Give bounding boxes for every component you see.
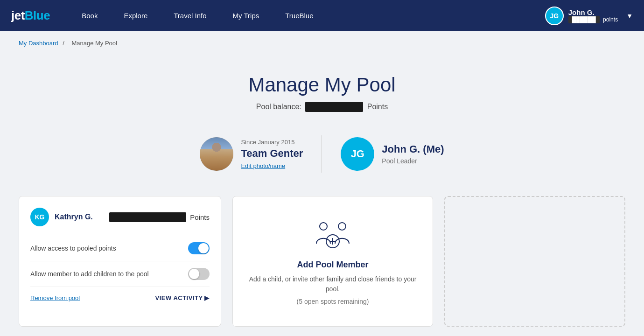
main-content: Manage My Pool Pool balance: ██████ Poin… bbox=[0, 55, 644, 336]
team-since: Since January 2015 bbox=[241, 139, 303, 146]
main-nav: Book Explore Travel Info My Trips TrueBl… bbox=[69, 0, 545, 31]
main-header: jetBlue Book Explore Travel Info My Trip… bbox=[0, 0, 644, 31]
nav-my-trips[interactable]: My Trips bbox=[220, 0, 273, 31]
toggle-row-access: Allow access to pooled points bbox=[30, 236, 210, 261]
breadcrumb-separator: / bbox=[63, 40, 64, 47]
edit-photo-name-link[interactable]: Edit photo/name bbox=[241, 162, 285, 169]
user-info: John G. ██████ points bbox=[568, 8, 618, 23]
nav-trueblue[interactable]: TrueBlue bbox=[272, 0, 326, 31]
view-activity-button[interactable]: VIEW ACTIVITY ▶ bbox=[155, 294, 210, 301]
nav-book[interactable]: Book bbox=[69, 0, 111, 31]
leader-avatar: JG bbox=[341, 137, 374, 171]
logo-text: jetBlue bbox=[11, 8, 50, 23]
svg-point-1 bbox=[338, 223, 346, 230]
logo[interactable]: jetBlue bbox=[11, 8, 50, 23]
user-avatar: JG bbox=[545, 7, 564, 25]
team-name: Team Genter bbox=[241, 147, 303, 160]
toggle-children-label: Allow member to add children to the pool bbox=[30, 270, 149, 278]
team-info-left: Since January 2015 Team Genter Edit phot… bbox=[200, 137, 303, 171]
leader-role: Pool Leader bbox=[382, 157, 444, 165]
points-value-redacted: ██████ bbox=[568, 16, 600, 23]
member-name: Kathryn G. bbox=[55, 213, 93, 221]
member-points-unit: Points bbox=[190, 213, 210, 221]
empty-slot-card bbox=[444, 196, 625, 327]
add-member-description: Add a child, or invite other family and … bbox=[244, 274, 421, 294]
user-name: John G. bbox=[568, 8, 618, 16]
remove-from-pool-link[interactable]: Remove from pool bbox=[30, 294, 80, 301]
toggle-children-thumb bbox=[189, 269, 199, 279]
breadcrumb-parent[interactable]: My Dashboard bbox=[19, 40, 58, 47]
nav-travel-info[interactable]: Travel Info bbox=[161, 0, 219, 31]
page-title: Manage My Pool bbox=[19, 74, 625, 96]
header-user-section: JG John G. ██████ points ▼ bbox=[545, 7, 633, 25]
member-header: KG Kathryn G. ████████ Points bbox=[30, 208, 210, 226]
toggle-children[interactable] bbox=[188, 268, 210, 280]
team-avatar bbox=[200, 137, 233, 171]
card-footer: Remove from pool VIEW ACTIVITY ▶ bbox=[30, 294, 210, 301]
member-points-value: ████████ bbox=[109, 212, 186, 222]
balance-unit: Points bbox=[367, 103, 388, 111]
toggle-access[interactable] bbox=[188, 242, 210, 254]
add-pool-member-icon bbox=[314, 218, 351, 252]
balance-value-redacted: ██████ bbox=[305, 102, 363, 112]
team-photo bbox=[200, 137, 233, 171]
points-label: points bbox=[603, 16, 618, 23]
breadcrumb-current: Manage My Pool bbox=[71, 40, 117, 47]
user-points: ██████ points bbox=[568, 16, 618, 23]
toggle-access-thumb bbox=[198, 243, 209, 253]
cards-row: KG Kathryn G. ████████ Points Allow acce… bbox=[19, 196, 625, 327]
member-avatar: KG bbox=[30, 208, 49, 226]
add-member-spots: (5 open spots remaining) bbox=[297, 298, 369, 305]
balance-label: Pool balance: bbox=[256, 103, 301, 111]
team-divider bbox=[322, 135, 322, 173]
member-card: KG Kathryn G. ████████ Points Allow acce… bbox=[19, 196, 221, 327]
member-left: KG Kathryn G. bbox=[30, 208, 93, 226]
leader-details: John G. (Me) Pool Leader bbox=[382, 143, 444, 165]
user-dropdown-arrow[interactable]: ▼ bbox=[626, 12, 633, 20]
member-points: ████████ Points bbox=[109, 212, 210, 222]
leader-name: John G. (Me) bbox=[382, 143, 444, 155]
team-details: Since January 2015 Team Genter Edit phot… bbox=[241, 139, 303, 170]
add-member-title: Add Pool Member bbox=[297, 260, 368, 270]
add-member-card[interactable]: Add Pool Member Add a child, or invite o… bbox=[232, 196, 433, 327]
team-section: Since January 2015 Team Genter Edit phot… bbox=[19, 126, 625, 191]
breadcrumb: My Dashboard / Manage My Pool bbox=[0, 31, 644, 55]
toggle-access-label: Allow access to pooled points bbox=[30, 245, 116, 252]
pool-balance: Pool balance: ██████ Points bbox=[19, 102, 625, 112]
toggle-row-children: Allow member to add children to the pool bbox=[30, 261, 210, 287]
title-section: Manage My Pool Pool balance: ██████ Poin… bbox=[19, 64, 625, 126]
nav-explore[interactable]: Explore bbox=[111, 0, 161, 31]
leader-section: JG John G. (Me) Pool Leader bbox=[341, 137, 444, 171]
svg-point-0 bbox=[320, 223, 327, 230]
